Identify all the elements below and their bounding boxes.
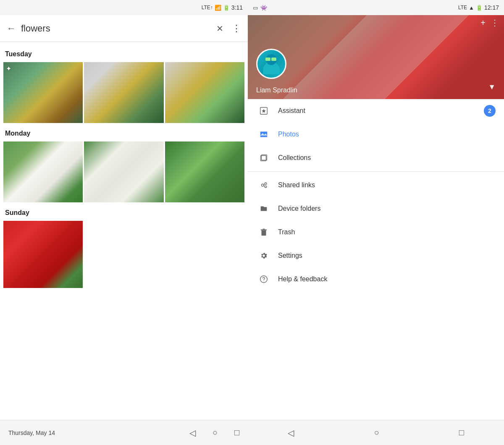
- nav-square-left[interactable]: □: [234, 428, 239, 437]
- signal-icon-left: 📶: [215, 5, 221, 11]
- date-text: Thursday, May 14: [8, 429, 55, 436]
- status-bar-right: ▭ 👾 LTE ▲ 🔋 12:17: [248, 0, 504, 15]
- network-icon-right: LTE: [458, 5, 467, 10]
- shared-links-label: Shared links: [278, 181, 496, 189]
- photo-cell-red-flower[interactable]: [3, 221, 83, 288]
- svg-point-15: [263, 280, 264, 281]
- status-icons-left: LTE↑ 📶 🔋 3:11: [202, 4, 243, 11]
- bug-icon: 👾: [260, 5, 267, 11]
- battery-icon-right: 🔋: [476, 5, 483, 11]
- nav-back-left[interactable]: ◁: [189, 428, 196, 438]
- menu-header: + ⋮ Liam Spradlin ▼: [248, 15, 504, 99]
- trash-label: Trash: [278, 228, 496, 236]
- header-more-button[interactable]: ⋮: [491, 18, 499, 28]
- photo-cell-leaf-1[interactable]: ✦: [3, 62, 83, 123]
- photo-content: Tuesday ✦ Monday: [0, 42, 248, 420]
- battery-icon-left: 🔋: [223, 5, 230, 11]
- collections-label: Collections: [278, 154, 496, 162]
- menu-item-photos[interactable]: Photos: [248, 123, 504, 146]
- shared-links-icon: [256, 178, 271, 193]
- menu-item-trash[interactable]: Trash: [248, 220, 504, 244]
- menu-wrapper: + ⋮ Liam Spradlin ▼: [248, 15, 504, 445]
- svg-rect-13: [262, 228, 265, 229]
- star-badge: ✦: [6, 65, 11, 73]
- menu-divider-1: [248, 171, 504, 172]
- photo-cell-leaf-2[interactable]: [84, 62, 163, 123]
- user-avatar[interactable]: [256, 49, 286, 79]
- nav-home-left[interactable]: ○: [213, 428, 218, 437]
- network-icon-left: LTE↑: [202, 5, 213, 10]
- svg-point-6: [262, 184, 264, 186]
- menu-item-device-folders[interactable]: Device folders: [248, 197, 504, 220]
- trash-icon: [256, 225, 271, 240]
- device-folders-icon: [256, 201, 271, 216]
- svg-marker-1: [262, 109, 265, 113]
- nav-icons-left: ◁ ○ □: [189, 428, 239, 438]
- svg-point-14: [260, 275, 268, 283]
- settings-icon: [256, 248, 271, 263]
- signal-bars-right: ▲: [469, 5, 474, 11]
- assistant-icon: [256, 103, 271, 118]
- left-panel: LTE↑ 📶 🔋 3:11 ← flowers ✕ ⋮ Tuesday ✦: [0, 0, 248, 445]
- svg-point-7: [265, 183, 267, 185]
- svg-rect-11: [262, 230, 266, 236]
- right-status-info: LTE ▲ 🔋 12:17: [458, 4, 499, 11]
- photo-cell-flower-2[interactable]: [84, 141, 163, 202]
- glass-lens-left: [265, 58, 270, 61]
- screen-icon: ▭: [253, 5, 258, 11]
- menu-item-collections[interactable]: Collections: [248, 146, 504, 170]
- menu-items-list: Assistant 2 Photos: [248, 99, 504, 420]
- photo-grid-monday: [3, 141, 244, 202]
- svg-line-9: [264, 184, 265, 184]
- svg-rect-12: [261, 229, 267, 230]
- photo-grid-tuesday: ✦: [3, 62, 244, 123]
- search-title: flowers: [21, 23, 211, 34]
- user-info: Liam Spradlin: [256, 86, 297, 94]
- menu-item-shared-links[interactable]: Shared links: [248, 173, 504, 197]
- time-left: 3:11: [231, 4, 243, 11]
- avatar-glasses: [265, 58, 277, 61]
- photos-label: Photos: [278, 131, 496, 138]
- menu-item-assistant[interactable]: Assistant 2: [248, 99, 504, 123]
- clear-search-button[interactable]: ✕: [216, 24, 223, 34]
- back-button[interactable]: ←: [7, 23, 16, 34]
- help-label: Help & feedback: [278, 275, 496, 283]
- svg-point-8: [265, 186, 267, 188]
- nav-back-right[interactable]: ◁: [288, 428, 294, 438]
- more-options-button[interactable]: ⋮: [232, 23, 241, 34]
- bottom-bar-right: ◁ ○ □: [248, 420, 504, 445]
- right-panel: ▭ 👾 LTE ▲ 🔋 12:17 + ⋮: [248, 0, 504, 445]
- avatar-container: [256, 49, 286, 79]
- bottom-bar-left: Thursday, May 14 ◁ ○ □: [0, 420, 248, 445]
- search-header: ← flowers ✕ ⋮: [0, 15, 248, 42]
- help-icon: [256, 272, 271, 287]
- photo-cell-flower-3[interactable]: [165, 141, 244, 202]
- user-name: Liam Spradlin: [256, 86, 297, 94]
- collections-icon: [256, 150, 271, 165]
- nav-square-right[interactable]: □: [459, 428, 464, 437]
- device-folders-label: Device folders: [278, 205, 496, 212]
- photos-icon: [256, 127, 271, 142]
- status-bar-left: LTE↑ 📶 🔋 3:11: [0, 0, 248, 15]
- menu-item-help[interactable]: Help & feedback: [248, 267, 504, 291]
- time-right: 12:17: [484, 4, 499, 11]
- assistant-label: Assistant: [278, 107, 484, 115]
- assistant-badge: 2: [484, 105, 496, 117]
- add-account-button[interactable]: +: [480, 18, 486, 28]
- day-label-tuesday: Tuesday: [5, 50, 244, 58]
- photo-cell-flower-1[interactable]: [3, 141, 83, 202]
- day-label-monday: Monday: [5, 130, 244, 137]
- menu-item-settings[interactable]: Settings: [248, 244, 504, 267]
- account-dropdown-button[interactable]: ▼: [488, 83, 496, 92]
- settings-label: Settings: [278, 252, 496, 259]
- menu-header-top-bar: + ⋮: [475, 15, 504, 30]
- glass-lens-right: [271, 58, 276, 61]
- photo-grid-sunday: [3, 221, 244, 288]
- status-icons-right: ▭ 👾: [253, 5, 267, 11]
- day-label-sunday: Sunday: [5, 209, 244, 217]
- nav-home-right[interactable]: ○: [374, 428, 379, 437]
- svg-line-10: [264, 186, 265, 186]
- photo-cell-leaf-3[interactable]: [165, 62, 244, 123]
